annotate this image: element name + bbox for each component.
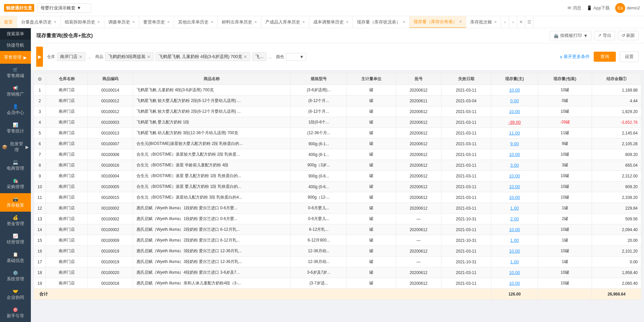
col-warehouse: 仓库名称 bbox=[46, 73, 88, 85]
topbar-right: ✉ 消息 📱 App下载 Ea demo2 bbox=[568, 3, 640, 13]
sidebar-item-wholesale[interactable]: 📦 批发管理 ▶ bbox=[0, 138, 31, 156]
sidebar-item-finance[interactable]: 💰 资金管理 bbox=[0, 212, 31, 230]
account-selector[interactable]: 母婴行业演示账套 ▼ bbox=[38, 3, 91, 13]
sidebar-item-system[interactable]: ⚙️ 系统管理 bbox=[0, 267, 31, 285]
tab-8[interactable]: 成本调整单历史 ✕ bbox=[309, 16, 353, 28]
tab-home[interactable]: 首页 bbox=[0, 16, 17, 28]
warehouse-tag-close[interactable]: ✕ bbox=[79, 54, 83, 59]
tab-7[interactable]: 产成品入库单历史 ✕ bbox=[261, 16, 309, 28]
tab-close-1[interactable]: ✕ bbox=[54, 20, 56, 24]
tab-close-10[interactable]: ✕ bbox=[459, 20, 462, 23]
sidebar-item-ecom[interactable]: 💻 电商管理 bbox=[0, 156, 31, 175]
sidebar-item-member[interactable]: 👤 会员中心 bbox=[0, 101, 31, 119]
table-row: 13 南岸门店 00100002 惠氏启赋（Wyeth illuma）1段奶粉 … bbox=[34, 214, 641, 224]
tab-6[interactable]: 材料出库单历史 ✕ bbox=[218, 16, 261, 28]
col-batch: 批号 bbox=[396, 73, 441, 85]
col-code: 商品编码 bbox=[88, 73, 133, 85]
sidebar-item-purchase[interactable]: 🛍️ 采购管理 bbox=[0, 175, 31, 193]
filter-expand-btn[interactable]: ▶ bbox=[36, 47, 43, 67]
sidebar-item-retail-stats[interactable]: 📊 零售统计 bbox=[0, 119, 31, 138]
logo-box: 畅捷通好生意 bbox=[4, 4, 34, 12]
table-row: 5 南岸门店 00100013 飞鹤星飞帆 幼儿配方奶粉 3段(12-36个月幼… bbox=[34, 128, 641, 139]
tab-close-all[interactable]: ✕ bbox=[517, 16, 525, 28]
sidebar-item-basic-info[interactable]: 📋 基础信息 bbox=[0, 249, 31, 267]
tab-10[interactable]: 现存量（库存分布表） ✕ bbox=[410, 16, 466, 28]
col-amount: 结存金额① bbox=[592, 73, 641, 85]
tab-close-7[interactable]: ✕ bbox=[302, 20, 305, 24]
sidebar-search[interactable]: 搜索菜单 bbox=[0, 28, 31, 40]
sidebar-item-label: 零售管理 bbox=[4, 54, 21, 60]
setting-btn[interactable]: 设置 bbox=[620, 51, 639, 62]
table-row: 1 南岸门店 00100014 飞鹤星飞帆 儿童奶粉 4段(3-6岁适用) 70… bbox=[34, 85, 641, 96]
tab-prev-btn[interactable]: ‹ bbox=[501, 16, 509, 28]
finance-icon: 💰 bbox=[13, 215, 18, 220]
table-row: 4 南岸门店 00100003 飞鹤星飞帆 婴儿配方奶粉 1段 1段(0-6个.… bbox=[34, 117, 641, 128]
tab-menu-btn[interactable]: ☰ bbox=[525, 16, 533, 28]
table-row: 7 南岸门店 00100008 合生元（BIOSTIME）派星较大婴儿配方奶粉 … bbox=[34, 149, 641, 160]
sidebar-item-retail-mgmt[interactable]: 零售管理 ▶ bbox=[0, 51, 31, 64]
filter-area: ▶ 仓库 南岸门店 ✕ ... 商品 飞鹤奶粉3段两提装 ✕ bbox=[31, 43, 644, 70]
tab-close-6[interactable]: ✕ bbox=[254, 20, 257, 24]
query-btn[interactable]: 查询 bbox=[594, 52, 616, 62]
user-area[interactable]: Ea demo2 bbox=[615, 3, 640, 13]
expand-more-btn[interactable]: ∨ 展开更多条件 bbox=[559, 54, 590, 60]
product-tag-2-close[interactable]: ✕ bbox=[244, 54, 247, 59]
col-qty-main: 现存量(主) bbox=[491, 73, 538, 85]
operations-icon: 📈 bbox=[13, 233, 18, 238]
product-tag-1[interactable]: 飞鹤奶粉3段两提装 ✕ bbox=[105, 52, 154, 61]
tab-1[interactable]: 分量盘点单历史 ✕ bbox=[17, 16, 61, 28]
tab-3[interactable]: 调拨单历史 ✕ bbox=[104, 16, 139, 28]
sidebar-item-inventory[interactable]: 🗃️ 库存核算 bbox=[0, 193, 31, 212]
warehouse-filter: 仓库 南岸门店 ✕ ... bbox=[47, 52, 91, 61]
tab-close-2[interactable]: ✕ bbox=[97, 20, 100, 24]
product-more-btn[interactable]: ... bbox=[268, 54, 272, 59]
table-row: 19 南岸门店 00100018 惠氏启赋（Wyeth illuma）亲和人体儿… bbox=[34, 278, 641, 289]
product-tag-2[interactable]: 飞鹤星飞帆 儿童奶粉 4段(3-6岁适用) 700克 ✕ bbox=[156, 52, 250, 61]
tab-11[interactable]: 库存批次账 ✕ bbox=[466, 16, 501, 28]
tab-5[interactable]: 其他出库单历史 ✕ bbox=[174, 16, 218, 28]
tab-close-11[interactable]: ✕ bbox=[494, 20, 497, 24]
tab-close-5[interactable]: ✕ bbox=[211, 20, 213, 24]
logo-area: 畅捷通好生意 bbox=[4, 4, 35, 12]
color-dropdown[interactable]: ▼ bbox=[286, 53, 306, 61]
table-row: 3 南岸门店 00100012 飞鹤星飞帆 较大婴儿配方奶粉 2段(6-12个月… bbox=[34, 106, 641, 117]
sidebar-quick-nav[interactable]: 快捷导航 bbox=[0, 40, 31, 51]
marketing-icon: 📢 bbox=[13, 86, 18, 91]
table-row: 8 南岸门店 00100016 合生元（BIOSTIME）派星 学龄前儿童配方奶… bbox=[34, 160, 641, 171]
tab-close-4[interactable]: ✕ bbox=[167, 20, 170, 24]
col-expire: 失效日期 bbox=[441, 73, 491, 85]
ecom-icon: 💻 bbox=[13, 160, 18, 165]
table-row: 17 南岸门店 00100019 惠氏启赋（Wyeth illuma）3段奶粉 … bbox=[34, 257, 641, 267]
warehouse-tag[interactable]: 南岸门店 ✕ bbox=[57, 52, 86, 61]
warehouse-more-btn[interactable]: ... bbox=[88, 54, 91, 59]
tab-close-8[interactable]: ✕ bbox=[346, 20, 348, 24]
table-row: 6 南岸门店 00100007 合生元(BIOSTIME)派星较大婴儿配方奶粉 … bbox=[34, 139, 641, 149]
refresh-btn[interactable]: ↺ 刷新 bbox=[618, 31, 639, 40]
sidebar-item-retail-shop[interactable]: 🛒 零售商城 bbox=[0, 64, 31, 82]
tab-4[interactable]: 要货单历史 ✕ bbox=[139, 16, 174, 28]
sidebar-item-guide[interactable]: 🎯 新手引导 bbox=[0, 304, 31, 322]
sidebar-item-operations[interactable]: 📈 经营管理 bbox=[0, 230, 31, 249]
product-tag-more[interactable]: 飞... bbox=[252, 52, 266, 61]
tab-close-3[interactable]: ✕ bbox=[132, 20, 135, 24]
table-row: 2 南岸门店 00100012 飞鹤星飞帆 较大婴儿配方奶粉 2段(6-12个月… bbox=[34, 96, 641, 106]
product-tag-1-close[interactable]: ✕ bbox=[147, 54, 151, 59]
tab-2[interactable]: 组装拆卸单历史 ✕ bbox=[61, 16, 104, 28]
tab-next-btn[interactable]: › bbox=[509, 16, 517, 28]
template-print-btn[interactable]: 🖨️ 按模板打印 ▼ bbox=[550, 31, 591, 40]
sidebar-item-marketing[interactable]: 📢 营销推广 bbox=[0, 82, 31, 101]
sidebar-item-collab[interactable]: 🤝 企业协同 bbox=[0, 285, 31, 304]
table-row: 15 南岸门店 00100009 惠氏启赋（Wyeth illuma）2段奶粉 … bbox=[34, 235, 641, 246]
tab-close-9[interactable]: ✕ bbox=[402, 20, 405, 24]
print-icon: 🖨️ bbox=[553, 33, 559, 38]
total-amount: 26,968.64 bbox=[592, 289, 641, 300]
avatar: Ea bbox=[615, 3, 625, 13]
tab-9[interactable]: 现存量（库存状况表） ✕ bbox=[353, 16, 410, 28]
system-icon: ⚙️ bbox=[13, 270, 18, 275]
header-actions: 🖨️ 按模板打印 ▼ ↗ 导出 ↺ 刷新 bbox=[550, 31, 639, 40]
settings-icon[interactable]: ⚙ bbox=[38, 76, 42, 82]
message-btn[interactable]: ✉ 消息 bbox=[568, 5, 581, 11]
table-row: 10 南岸门店 00100005 合生元（BIOSTIME）派星 婴儿配方奶粉 … bbox=[34, 181, 641, 192]
export-btn[interactable]: ↗ 导出 bbox=[594, 31, 615, 40]
app-download-btn[interactable]: 📱 App下载 bbox=[587, 5, 610, 11]
